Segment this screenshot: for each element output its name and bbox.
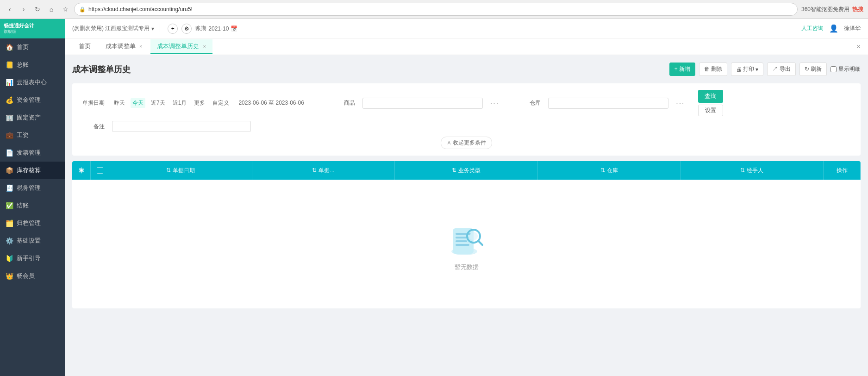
top-header-right: 人工咨询 👤 徐泽华	[801, 24, 861, 33]
period-info: 账期 2021-10 📅	[195, 25, 237, 32]
svg-line-8	[478, 241, 482, 245]
tab-home[interactable]: 首页	[72, 39, 97, 54]
preset-today[interactable]: 今天	[131, 98, 145, 108]
show-cols-checkbox[interactable]	[831, 66, 837, 72]
th-warehouse[interactable]: ⇅ 仓库	[538, 161, 681, 180]
refresh-button[interactable]: ↻	[32, 4, 43, 14]
workspace-settings-button[interactable]: ⚙	[181, 24, 192, 34]
settings-button[interactable]: 设置	[698, 105, 723, 116]
date-presets-group: 昨天 今天 近7天 近1月 更多 自定义	[112, 98, 231, 108]
sidebar-item-label: 畅会员	[17, 272, 35, 280]
close-all-tabs-button[interactable]: ×	[856, 43, 861, 51]
help-button[interactable]: 人工咨询	[801, 25, 824, 32]
sidebar-item-settle[interactable]: ✅ 结账	[0, 197, 65, 214]
th-biz-type[interactable]: ⇅ 业务类型	[395, 161, 538, 180]
refresh-button[interactable]: ↻ 刷新	[799, 63, 827, 76]
new-button[interactable]: + 新增	[669, 63, 695, 76]
goods-input[interactable]	[362, 98, 483, 109]
tab-cost-history[interactable]: 成本调整单历史 ×	[150, 39, 212, 54]
sidebar-header: 畅捷通好会计 旗舰版	[0, 19, 65, 38]
archive-icon: 🗂️	[6, 219, 13, 227]
sidebar-item-tax[interactable]: 🧾 税务管理	[0, 179, 65, 197]
home-button[interactable]: ⌂	[46, 4, 56, 14]
sidebar-item-guide[interactable]: 🔰 新手引导	[0, 250, 65, 267]
th-action-label: 操作	[837, 167, 848, 175]
sidebar-item-settings[interactable]: ⚙️ 基础设置	[0, 232, 65, 250]
browser-toolbar: ‹ › ↻ ⌂ ☆ 🔒 https://cloud.chanjet.com/ac…	[0, 0, 868, 19]
empty-state: 暂无数据	[72, 180, 861, 308]
print-button[interactable]: 🖨 打印 ▾	[731, 63, 763, 76]
sidebar-item-archive[interactable]: 🗂️ 归档管理	[0, 214, 65, 232]
sidebar-item-vip[interactable]: 👑 畅会员	[0, 267, 65, 285]
note-input[interactable]	[112, 121, 251, 132]
sidebar-item-label: 归档管理	[17, 219, 41, 227]
query-button[interactable]: 查询	[698, 90, 723, 103]
collapse-button[interactable]: ∧ 收起更多条件	[441, 137, 492, 149]
sidebar-item-invoice[interactable]: 📄 发票管理	[0, 144, 65, 162]
sidebar-item-fixed-assets[interactable]: 🏢 固定资产	[0, 109, 65, 126]
tabs-bar: 首页 成本调整单 × 成本调整单历史 × ×	[65, 38, 868, 55]
export-button[interactable]: ↗ 导出	[767, 63, 795, 76]
calendar-icon: 📅	[231, 25, 237, 32]
browser-chrome: ‹ › ↻ ⌂ ☆ 🔒 https://cloud.chanjet.com/ac…	[0, 0, 868, 19]
preset-custom[interactable]: 自定义	[211, 98, 231, 108]
warehouse-input[interactable]	[548, 98, 668, 109]
select-all-checkbox[interactable]	[97, 167, 103, 174]
sidebar-item-label: 固定资产	[17, 113, 41, 122]
show-cols-checkbox-label[interactable]: 显示明细	[831, 65, 861, 73]
empty-illustration	[443, 217, 490, 263]
logo-title: 畅捷通好会计	[4, 23, 34, 29]
sidebar-item-label: 新手引导	[17, 254, 41, 263]
sidebar-item-label: 总账	[17, 61, 29, 69]
workspace-selector[interactable]: (勿删勿禁用) 江西服宝测试专用 ▾	[72, 25, 160, 32]
th-warehouse-sort-icon: ⇅	[600, 167, 605, 174]
star-button[interactable]: ☆	[60, 4, 70, 14]
th-action: 操作	[824, 161, 861, 180]
sidebar-item-label: 基础设置	[17, 237, 41, 245]
th-warehouse-label: 仓库	[607, 167, 618, 175]
tab-cost-adjust-close[interactable]: ×	[139, 44, 142, 49]
tab-cost-history-close[interactable]: ×	[203, 44, 206, 49]
data-table: ⇅ 单据日期 ⇅ 单据... ⇅ 业务类型 ⇅ 仓库	[72, 161, 861, 308]
back-button[interactable]: ‹	[5, 4, 15, 14]
th-biz-sort-icon: ⇅	[452, 167, 456, 174]
sidebar-item-funds[interactable]: 💰 资金管理	[0, 91, 65, 109]
preset-7days[interactable]: 近7天	[149, 98, 167, 108]
th-operator[interactable]: ⇅ 经手人	[681, 161, 824, 180]
workspace-chevron-icon: ▾	[151, 25, 154, 32]
th-bill-no[interactable]: ⇅ 单据...	[252, 161, 395, 180]
th-date[interactable]: ⇅ 单据日期	[109, 161, 252, 180]
user-label: 徐泽华	[844, 25, 861, 32]
sidebar-item-label: 发票管理	[17, 149, 41, 157]
sidebar-item-ledger[interactable]: 📒 总账	[0, 56, 65, 74]
sidebar-item-label: 云报表中心	[17, 78, 47, 87]
salary-icon: 💼	[6, 132, 13, 139]
date-filter-label: 单据日期	[80, 99, 105, 107]
warehouse-more-button[interactable]: ···	[676, 99, 685, 107]
filter-panel: 单据日期 昨天 今天 近7天 近1月 更多 自定义 2023-06-06 至 2…	[72, 83, 861, 156]
th-bill-sort-icon: ⇅	[312, 167, 317, 174]
reports-icon: 📊	[6, 79, 13, 86]
sidebar-item-home[interactable]: 🏠 首页	[0, 38, 65, 56]
preset-yesterday[interactable]: 昨天	[112, 98, 127, 108]
goods-more-button[interactable]: ···	[490, 99, 499, 107]
warehouse-label: 仓库	[516, 99, 541, 107]
address-bar[interactable]: 🔒 https://cloud.chanjet.com/accounting/u…	[74, 3, 798, 16]
forward-button[interactable]: ›	[19, 4, 29, 14]
add-workspace-button[interactable]: +	[168, 24, 178, 34]
filter-row-1: 单据日期 昨天 今天 近7天 近1月 更多 自定义 2023-06-06 至 2…	[80, 90, 853, 116]
preset-more[interactable]: 更多	[192, 98, 207, 108]
preset-1month[interactable]: 近1月	[171, 98, 189, 108]
tab-cost-adjust[interactable]: 成本调整单 ×	[99, 39, 149, 54]
sidebar-item-inventory[interactable]: 📦 库存核算	[0, 162, 65, 179]
sidebar-item-reports[interactable]: 📊 云报表中心	[0, 74, 65, 91]
date-from: 2023-06-06	[238, 100, 267, 106]
show-cols-text: 显示明细	[838, 65, 861, 73]
url-text: https://cloud.chanjet.com/accounting/uru…	[88, 6, 193, 13]
delete-button[interactable]: 🗑 删除	[699, 63, 727, 76]
sidebar-item-salary[interactable]: 💼 工资	[0, 126, 65, 144]
home-icon: 🏠	[6, 44, 13, 51]
th-checkbox[interactable]	[91, 161, 109, 180]
th-settings[interactable]	[72, 161, 91, 180]
sidebar-item-label: 资金管理	[17, 96, 41, 104]
